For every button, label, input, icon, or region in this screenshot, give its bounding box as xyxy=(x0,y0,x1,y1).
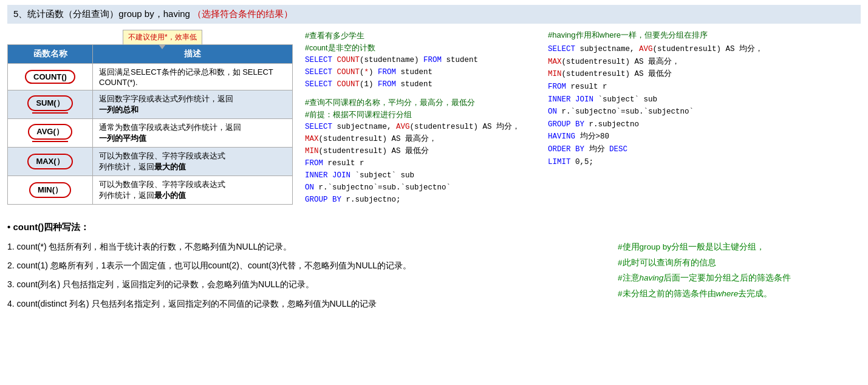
list-item-3: 4. count(distinct 列名) 只包括列名指定列，返回指定列的不同值… xyxy=(7,296,606,312)
func-oval-4: MIN(） xyxy=(29,182,71,198)
code-line-9: ON r.`subjectno`=sub.`subjectno` xyxy=(305,182,536,194)
comment-2: #count是非空的计数 xyxy=(305,42,536,54)
list-item-0: 1. count(*) 包括所有列，相当于统计表的行数，不忽略列值为NULL的记… xyxy=(7,239,606,254)
func-name-cell-3: MAX(） xyxy=(8,148,93,176)
code-line-6: MIN(studentresult) AS 最低分 xyxy=(305,145,536,157)
right-comment-0: #使用group by分组一般是以主键分组， xyxy=(618,239,861,255)
r-line-10: LIMIT 0,5; xyxy=(548,156,861,169)
func-name-cell-2: AVG(） xyxy=(8,119,93,148)
list-num-0: 1. xyxy=(7,242,15,251)
col-header-desc: 描述 xyxy=(93,45,293,64)
code-line-2: SELECT COUNT(*) FROM student xyxy=(305,66,536,78)
having-code: SELECT subjectname, AVG(studentresult) A… xyxy=(548,43,861,168)
code-line-3: SELECT COUNT(1) FROM student xyxy=(305,78,536,90)
title-highlight: （选择符合条件的结果） xyxy=(193,9,293,19)
list-num-1: 2. xyxy=(7,261,15,270)
func-name-cell-1: SUM(） xyxy=(8,90,93,119)
comment-1: #查看有多少学生 xyxy=(305,30,536,42)
right-comment-3: #未分组之前的筛选条件由where去完成。 xyxy=(618,286,861,302)
func-name-cell-4: MIN(） xyxy=(8,176,93,205)
left-section: 不建议使用*，效率低 函数名称 描述 COUNT()返回满足SELECT条件的记… xyxy=(7,30,293,212)
col-header-name: 函数名称 xyxy=(8,45,93,64)
comment-3: #查询不同课程的名称，平均分，最高分，最低分 xyxy=(305,97,536,109)
r-line-2: MAX(studentresult) AS 最高分， xyxy=(548,56,861,69)
func-desc-cell-1: 返回数字字段或表达式列作统计，返回一列的总和 xyxy=(93,90,293,119)
middle-section: #查看有多少学生 #count是非空的计数 SELECT COUNT(stude… xyxy=(305,30,536,212)
title-main: 5、统计函数（分组查询）group by，having xyxy=(13,9,190,19)
func-desc-cell-0: 返回满足SELECT条件的记录总和数，如 SELECT COUNT(*). xyxy=(93,64,293,90)
list-item-1: 2. count(1) 忽略所有列，1表示一个固定值，也可以用count(2)、… xyxy=(7,258,606,273)
r-line-8: HAVING 均分>80 xyxy=(548,131,861,143)
r-line-4: FROM result r xyxy=(548,81,861,94)
func-oval-0: COUNT() xyxy=(25,70,75,84)
code-line-7: FROM result r xyxy=(305,157,536,169)
main-content: 不建议使用*，效率低 函数名称 描述 COUNT()返回满足SELECT条件的记… xyxy=(7,30,861,212)
code-block-1: #查看有多少学生 #count是非空的计数 SELECT COUNT(stude… xyxy=(305,30,536,90)
func-name-cell-0: COUNT() xyxy=(8,64,93,90)
r-line-9: ORDER BY 均分 DESC xyxy=(548,143,861,156)
func-oval-2: AVG(） xyxy=(28,124,72,140)
func-oval-1: SUM(） xyxy=(27,95,72,111)
function-table: 函数名称 描述 COUNT()返回满足SELECT条件的记录总和数，如 SELE… xyxy=(7,44,293,205)
r-line-1: SELECT subjectname, AVG(studentresult) A… xyxy=(548,43,861,56)
func-desc-cell-4: 可以为数值字段、字符字段或表达式列作统计，返回最小的值 xyxy=(93,176,293,205)
tooltip-box: 不建议使用*，效率低 xyxy=(123,30,202,45)
right-comment-1: #此时可以查询所有的信息 xyxy=(618,255,861,271)
func-desc-cell-2: 通常为数值字段或表达式列作统计，返回一列的平均值 xyxy=(93,119,293,148)
bottom-right: #使用group by分组一般是以主键分组，#此时可以查询所有的信息#注意hav… xyxy=(606,239,861,315)
r-line-3: MIN(studentresult) AS 最低分 xyxy=(548,68,861,81)
comment-4: #前提：根据不同课程进行分组 xyxy=(305,109,536,121)
title-bar: 5、统计函数（分组查询）group by，having （选择符合条件的结果） xyxy=(7,5,861,24)
r-line-6: ON r.`subjectno`=sub.`subjectno` xyxy=(548,106,861,118)
r-line-5: INNER JOIN `subject` sub xyxy=(548,94,861,106)
func-desc-cell-3: 可以为数值字段、字符字段或表达式列作统计，返回最大的值 xyxy=(93,148,293,176)
count-title: • count()四种写法： xyxy=(7,222,89,232)
having-comment: #having作用和where一样，但要先分组在排序 xyxy=(548,30,861,41)
right-comment-2: #注意having后面一定要加分组之后的筛选条件 xyxy=(618,270,861,286)
code-line-4: SELECT subjectname, AVG(studentresult) A… xyxy=(305,121,536,133)
code-line-8: INNER JOIN `subject` sub xyxy=(305,169,536,182)
r-line-7: GROUP BY r.subjectno xyxy=(548,118,861,131)
func-oval-3: MAX(） xyxy=(27,154,72,169)
code-line-1: SELECT COUNT(studentname) FROM student xyxy=(305,54,536,66)
code-block-2: #查询不同课程的名称，平均分，最高分，最低分 #前提：根据不同课程进行分组 SE… xyxy=(305,97,536,206)
bottom-items: 1. count(*) 包括所有列，相当于统计表的行数，不忽略列值为NULL的记… xyxy=(7,239,861,315)
right-section: #having作用和where一样，但要先分组在排序 SELECT subjec… xyxy=(548,30,861,212)
code-line-5: MAX(studentresult) AS 最高分， xyxy=(305,133,536,145)
bottom-title: • count()四种写法： xyxy=(7,222,861,233)
bottom-left: 1. count(*) 包括所有列，相当于统计表的行数，不忽略列值为NULL的记… xyxy=(7,239,606,315)
list-num-3: 4. xyxy=(7,299,15,308)
code-line-10: GROUP BY r.subjectno; xyxy=(305,194,536,206)
list-num-2: 3. xyxy=(7,279,15,289)
bottom-section: • count()四种写法： 1. count(*) 包括所有列，相当于统计表的… xyxy=(7,222,861,315)
list-item-2: 3. count(列名) 只包括指定列，返回指定列的记录数，会忽略列值为NULL… xyxy=(7,277,606,292)
